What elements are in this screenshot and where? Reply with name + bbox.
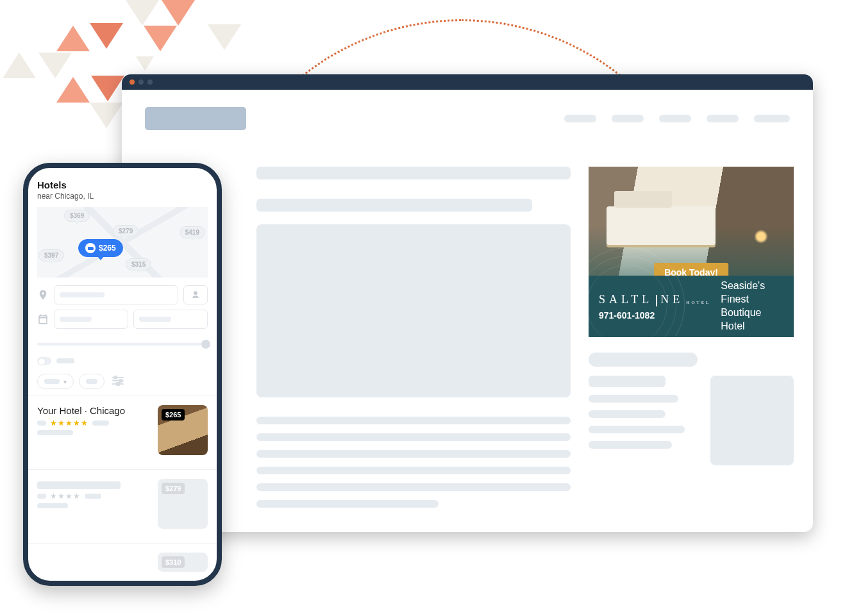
browser-titlebar (122, 74, 813, 90)
heading-placeholder (256, 167, 571, 179)
paragraph-placeholder (256, 417, 571, 508)
sidebar-line-placeholder (589, 410, 666, 418)
ad-brand: SALTLNE HOTEL (599, 293, 710, 306)
price-tag: $279 (162, 483, 185, 494)
guests-input[interactable] (183, 285, 208, 304)
browser-nav (122, 90, 813, 147)
subheading-placeholder (256, 199, 532, 212)
logo-placeholder (145, 107, 246, 130)
browser-window: Book Today! SALTLNE HOTEL 971-601-1082 S… (122, 74, 813, 532)
star-rating: ★★★★ (50, 492, 81, 501)
article-sidebar: Book Today! SALTLNE HOTEL 971-601-1082 S… (589, 167, 794, 508)
price-slider[interactable] (37, 343, 208, 345)
nav-link-placeholder[interactable] (564, 115, 596, 122)
phone-subtitle: near Chicago, IL (37, 192, 208, 201)
window-dot (147, 79, 153, 85)
hotel-name: Your Hotel · Chicago (37, 405, 151, 416)
window-dot (130, 79, 135, 85)
nav-link-placeholder[interactable] (612, 115, 644, 122)
checkout-input[interactable] (133, 310, 208, 329)
window-dot (138, 79, 144, 85)
price-tag: $310 (162, 556, 185, 568)
nav-link-placeholder[interactable] (754, 115, 790, 122)
filter-chip[interactable] (79, 374, 105, 389)
phone-title: Hotels (37, 179, 208, 190)
map-price-pin[interactable]: $419 (180, 226, 205, 238)
star-rating: ★★★★★ (50, 419, 88, 428)
phone-mockup: Hotels near Chicago, IL $369 $279 $419 $… (23, 163, 222, 586)
nav-link-placeholder[interactable] (659, 115, 691, 122)
nav-link-placeholder[interactable] (707, 115, 739, 122)
nav-links (564, 115, 790, 122)
hotel-thumbnail: $279 (158, 479, 208, 529)
sidebar-heading-placeholder (589, 353, 698, 367)
hotel-thumbnail: $310 (158, 553, 208, 572)
calendar-icon (37, 313, 49, 325)
ad-phone: 971-601-1082 (599, 310, 710, 320)
hero-image-placeholder (256, 224, 571, 397)
hotel-result[interactable]: $310 (37, 550, 208, 572)
sidebar-line-placeholder (589, 376, 666, 387)
map[interactable]: $369 $279 $419 $397 $315 $265 (37, 207, 208, 278)
bed-icon (85, 243, 96, 253)
person-icon (191, 290, 200, 299)
ad-tagline: Seaside's Finest Boutique Hotel (721, 279, 783, 333)
map-price-pin[interactable]: $279 (113, 225, 138, 237)
hotel-thumbnail: $265 (158, 405, 208, 455)
filter-chip[interactable]: ▾ (37, 374, 74, 389)
sidebar-line-placeholder (589, 395, 678, 403)
article-main (256, 167, 571, 508)
sidebar-line-placeholder (589, 426, 685, 433)
hotel-result[interactable]: ★★★★ $279 (37, 476, 208, 537)
sidebar-image-placeholder (710, 376, 794, 465)
hotel-result[interactable]: Your Hotel · Chicago ★★★★★ $265 (37, 403, 208, 463)
map-price-pin[interactable]: $315 (126, 258, 151, 271)
display-ad[interactable]: Book Today! SALTLNE HOTEL 971-601-1082 S… (589, 167, 794, 337)
sidebar-line-placeholder (589, 441, 672, 449)
location-input[interactable] (54, 285, 178, 304)
filters-icon[interactable] (112, 377, 124, 386)
filter-toggle[interactable] (37, 357, 51, 365)
checkin-input[interactable] (54, 310, 128, 329)
price-tag: $265 (162, 409, 185, 420)
toggle-label-placeholder (56, 358, 74, 363)
map-price-pin[interactable]: $369 (64, 210, 90, 222)
map-price-pin[interactable]: $397 (38, 249, 64, 262)
map-price-pin-active[interactable]: $265 (78, 239, 123, 257)
location-pin-icon (37, 289, 49, 301)
